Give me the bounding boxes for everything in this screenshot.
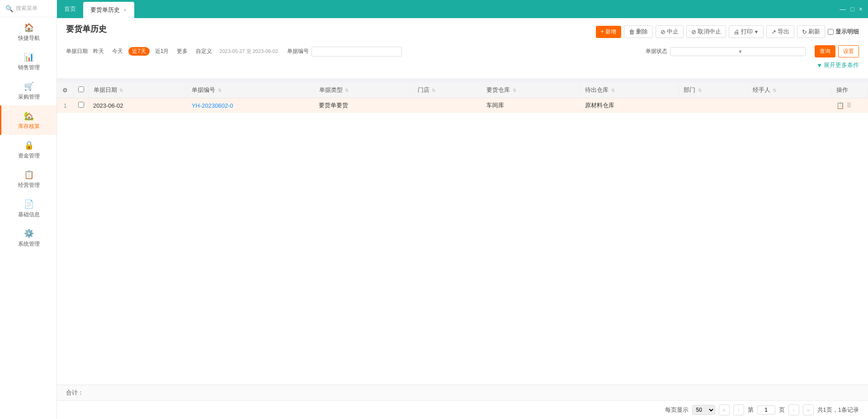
today-btn[interactable]: 今天 [109, 47, 126, 56]
export-button[interactable]: ↗ 导出 [766, 25, 794, 38]
col-store-sort-icon: ⇅ [432, 88, 435, 93]
col-handler-label: 经手人 [753, 86, 770, 93]
per-page-select[interactable]: 50 100 200 [692, 405, 715, 415]
col-checkbox [73, 82, 89, 98]
more-btn[interactable]: 更多 [174, 47, 190, 56]
window-minimize-button[interactable]: — [840, 5, 846, 13]
cancel-stop-icon: ⊘ [691, 29, 696, 35]
sidebar-item-purchase-label: 采购管理 [18, 93, 40, 101]
tab-active[interactable]: 要货单历史 × [83, 2, 134, 18]
first-page-btn[interactable]: « [719, 405, 730, 415]
topbar: 首页 要货单历史 × — □ × [57, 0, 868, 18]
row-pending-warehouse: 原材料仓库 [580, 98, 679, 113]
expand-label: 展开更多条件 [824, 61, 859, 69]
refresh-icon: ↻ [802, 29, 807, 35]
finance-icon: 🔒 [24, 140, 34, 150]
status-chevron-icon: ▼ [738, 49, 802, 54]
tab-active-label: 要货单历史 [90, 6, 120, 14]
window-close-button[interactable]: × [859, 5, 863, 13]
page-number-input[interactable] [757, 405, 775, 414]
col-doctype-sort-icon: ⇅ [345, 88, 349, 93]
row-num: 1 [57, 98, 73, 113]
new-button[interactable]: + 新增 [596, 26, 621, 38]
sidebar-item-finance-label: 资金管理 [18, 152, 40, 160]
col-date[interactable]: 单据日期 ⇅ [89, 82, 187, 98]
col-pending-warehouse[interactable]: 待出仓库 ⇅ [580, 82, 679, 98]
cancel-stop-button[interactable]: ⊘ 取消中止 [686, 25, 726, 38]
filter-area: 单据日期 昨天 今天 近7天 近1月 更多 自定义 2023-05-27 至 2… [57, 40, 868, 79]
col-req-warehouse-label: 要货仓库 [486, 86, 510, 93]
col-docno[interactable]: 单据编号 ⇅ [187, 82, 314, 98]
more-ops-icon[interactable]: ⠿ [847, 102, 851, 109]
row-checkbox[interactable] [78, 102, 84, 108]
basic-icon: 📄 [24, 199, 34, 209]
row-docno[interactable]: YH-20230602-0 [187, 98, 314, 113]
col-handler[interactable]: 经手人 ⇅ [748, 82, 831, 98]
tab-close-icon[interactable]: × [123, 7, 127, 13]
next-page-btn[interactable]: › [788, 405, 799, 415]
row-doctype: 要货单要货 [314, 98, 413, 113]
topbar-right: — □ × [840, 5, 868, 13]
col-ops: 操作 [832, 82, 868, 98]
search-icon: 🔍 [5, 5, 13, 12]
last-page-btn[interactable]: » [803, 405, 814, 415]
yesterday-btn[interactable]: 昨天 [90, 47, 107, 56]
sidebar-item-sales[interactable]: 📊 销售管理 [0, 47, 57, 76]
doc-link[interactable]: YH-20230602-0 [192, 102, 233, 109]
sidebar-item-operations[interactable]: 📋 经营管理 [0, 164, 57, 194]
stop-button[interactable]: ⊘ 中止 [656, 25, 684, 38]
col-doctype[interactable]: 单据类型 ⇅ [314, 82, 413, 98]
col-store-label: 门店 [418, 86, 429, 93]
delete-button[interactable]: 🗑 删除 [624, 25, 653, 38]
print-icon: 🖨 [734, 29, 740, 35]
row-ops: 📋 ⠿ [832, 98, 868, 113]
display-detail-label: 显示明细 [835, 28, 859, 36]
status-select[interactable]: ▼ [670, 47, 806, 56]
sidebar-item-home[interactable]: 🏠 快捷导航 [0, 17, 57, 47]
main-area: 首页 要货单历史 × — □ × 要货单历史 + 新增 🗑 删除 [57, 0, 868, 419]
prev-page-btn[interactable]: ‹ [733, 405, 744, 415]
query-button[interactable]: 查询 [815, 45, 835, 57]
window-maximize-button[interactable]: □ [850, 5, 854, 13]
week7-btn[interactable]: 近7天 [128, 47, 150, 56]
stop-icon: ⊘ [660, 29, 665, 35]
row-date: 2023-06-02 [89, 98, 187, 113]
expand-conditions-btn[interactable]: ▼ 展开更多条件 [816, 61, 859, 69]
table-header-row: ⚙ 单据日期 ⇅ 单据编号 ⇅ 单据类型 [57, 82, 868, 98]
delete-icon: 🗑 [629, 29, 635, 35]
col-store[interactable]: 门店 ⇅ [413, 82, 482, 98]
query-buttons: 查询 设置 [815, 45, 859, 57]
sidebar-item-system[interactable]: ⚙️ 系统管理 [0, 223, 57, 252]
filter-row-1: 单据日期 昨天 今天 近7天 近1月 更多 自定义 2023-05-27 至 2… [66, 45, 859, 57]
sidebar-item-inventory-label: 库存核算 [18, 123, 40, 130]
select-all-checkbox[interactable] [78, 86, 84, 92]
row-department [679, 98, 748, 113]
refresh-button[interactable]: ↻ 刷新 [797, 25, 825, 38]
settings-button[interactable]: 设置 [838, 45, 859, 57]
display-detail-toggle[interactable]: 显示明细 [828, 28, 859, 36]
col-doctype-label: 单据类型 [319, 86, 343, 93]
row-handler [748, 98, 831, 113]
sidebar-search-label: 搜索菜单 [16, 5, 38, 12]
col-settings[interactable]: ⚙ [57, 82, 73, 98]
home-icon: 🏠 [24, 23, 34, 33]
sidebar-item-home-label: 快捷导航 [18, 34, 40, 42]
edit-icon[interactable]: 📋 [836, 102, 844, 109]
sidebar-search[interactable]: 🔍 搜索菜单 [0, 0, 57, 17]
sidebar-item-purchase[interactable]: 🛒 采购管理 [0, 76, 57, 105]
print-button[interactable]: 🖨 打印 ▼ [729, 25, 764, 38]
col-department[interactable]: 部门 ⇅ [679, 82, 748, 98]
custom-btn[interactable]: 自定义 [193, 47, 215, 56]
sidebar-item-basic[interactable]: 📄 基础信息 [0, 194, 57, 223]
tab-home[interactable]: 首页 [57, 0, 83, 18]
col-docno-sort-icon: ⇅ [218, 88, 222, 93]
sidebar-item-finance[interactable]: 🔒 资金管理 [0, 135, 57, 164]
system-icon: ⚙️ [24, 229, 34, 238]
sidebar-item-inventory[interactable]: 🏡 库存核算 [0, 105, 57, 135]
table-row[interactable]: 1 2023-06-02 YH-20230602-0 要货单要货 车间库 原材料… [57, 98, 868, 113]
docnum-input[interactable] [311, 47, 402, 57]
month1-btn[interactable]: 近1月 [152, 47, 172, 56]
col-req-warehouse[interactable]: 要货仓库 ⇅ [482, 82, 580, 98]
pagination: 每页显示 50 100 200 « ‹ 第 页 › » 共1页，1条记录 [57, 400, 868, 419]
display-detail-checkbox[interactable] [828, 29, 834, 35]
